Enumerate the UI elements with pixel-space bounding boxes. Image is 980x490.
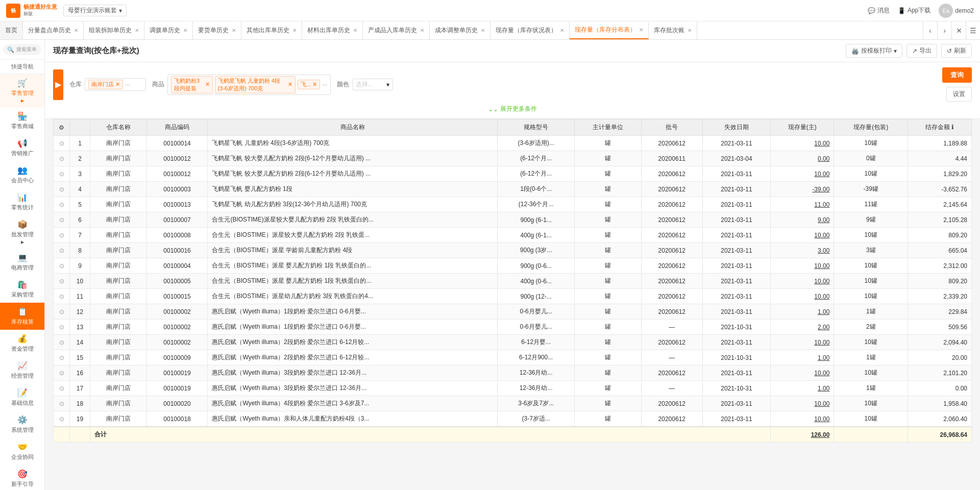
tab-product-in[interactable]: 产成品入库单历史 ✕ [363,21,430,39]
filter-more-icon[interactable]: ··· [125,81,130,88]
table-cell: 14 [70,335,90,350]
content-area: 现存量查询(按仓库+批次) 🖨️ 按模板打印 ▾ ↗ 导出 ↺ 刷新 [45,40,980,490]
row-settings-icon[interactable]: ⊙ [54,335,70,350]
sidebar-item-wholesale-mgmt[interactable]: 📦 批发管理 ▶ [0,215,44,249]
message-button[interactable]: 💬 消息 [868,6,890,15]
account-select[interactable]: 母婴行业演示账套 ▾ [63,5,127,16]
th-product-code: 商品编码 [146,119,208,136]
table-cell: 20200612 [641,274,702,289]
row-settings-icon[interactable]: ⊙ [54,274,70,289]
row-settings-icon[interactable]: ⊙ [54,304,70,320]
sidebar-item-ecommerce[interactable]: 💻 电商管理 [0,249,44,276]
export-button[interactable]: ↗ 导出 [906,44,937,58]
remove-product-tag-1[interactable]: ✕ [205,81,210,88]
tab-close-icon[interactable]: ✕ [481,28,485,33]
sidebar-item-retail-mgmt[interactable]: 🛒 零售管理 ▶ [0,74,44,107]
sidebar-item-system-mgmt[interactable]: ⚙️ 系统管理 [0,411,44,438]
row-settings-icon[interactable]: ⊙ [54,396,70,411]
refresh-button[interactable]: ↺ 刷新 [941,44,972,58]
row-settings-icon[interactable]: ⊙ [54,411,70,427]
sidebar-item-purchase[interactable]: 🛍️ 采购管理 [0,276,44,303]
expand-more-filters[interactable]: ⌄⌄ 展开更多条件 [488,105,537,113]
row-settings-icon[interactable]: ⊙ [54,320,70,335]
tab-menu-button[interactable]: ☰ [966,21,980,40]
warehouse-filter-input[interactable]: 南岸门店 ✕ ··· [85,78,146,91]
table-cell: 2021-03-11 [702,289,770,304]
tab-demand[interactable]: 要货单历史 ✕ [193,21,241,39]
tab-split-stock[interactable]: 分量盘点单历史 ✕ [23,21,84,39]
row-settings-icon[interactable]: ⊙ [54,289,70,304]
sidebar-item-operation[interactable]: 📈 经营管理 [0,357,44,384]
table-cell: 10.00 [771,274,834,289]
th-settings[interactable]: ⚙ [54,119,70,136]
sidebar-item-member-center[interactable]: 👥 会员中心 [0,161,44,188]
tab-close-icon[interactable]: ✕ [688,28,692,33]
template-print-button[interactable]: 🖨️ 按模板打印 ▾ [846,44,902,58]
product-filter-input[interactable]: 飞鹤奶粉3段丙提装 ✕ 飞鹤星飞帆 儿童奶粉 4段(3-6岁适用) 700克 ✕… [167,75,331,95]
table-cell: 2021-03-11 [702,166,770,182]
row-settings-icon[interactable]: ⊙ [54,365,70,381]
row-settings-icon[interactable]: ⊙ [54,228,70,243]
table-cell: 10.00 [771,289,834,304]
tab-prev-button[interactable]: ‹ [923,21,937,40]
tab-material-out[interactable]: 材料出库单历史 ✕ [302,21,363,39]
tab-cost-adjust[interactable]: 成本调整单历史 ✕ [430,21,491,39]
sidebar-item-enterprise-collab[interactable]: 🤝 企业协同 [0,438,44,465]
system-mgmt-icon: ⚙️ [17,415,28,425]
tab-close-icon[interactable]: ✕ [183,28,187,33]
tab-close-icon[interactable]: ✕ [292,28,297,33]
sidebar-item-new-guide[interactable]: 🎯 新手引导 [0,465,44,490]
row-settings-icon[interactable]: ⊙ [54,350,70,365]
tab-close-icon[interactable]: ✕ [420,28,424,33]
table-cell: 1段(0-6个... [498,182,574,197]
product-filter-more-icon[interactable]: ··· [322,81,327,88]
query-button[interactable]: 查询 [942,67,972,83]
tab-next-button[interactable]: › [937,21,951,40]
table-cell: 10.00 [771,258,834,274]
row-settings-icon[interactable]: ⊙ [54,197,70,212]
sidebar-item-basic-info[interactable]: 📝 基础信息 [0,384,44,411]
app-download-button[interactable]: 📱 App下载 [898,6,930,15]
sidebar-item-inventory-check[interactable]: 📋 库存核算 [0,303,44,330]
sidebar-item-retail-shop[interactable]: 🏪 零售商城 [0,107,44,134]
table-cell: -39罐 [834,182,908,197]
remove-product-tag-more[interactable]: ✕ [312,81,317,88]
user-profile[interactable]: Ea demo2 [939,4,974,18]
row-settings-icon[interactable]: ⊙ [54,258,70,274]
tab-batch-account[interactable]: 库存批次账 ✕ [649,21,697,39]
sidebar-item-finance[interactable]: 💰 资金管理 [0,330,44,357]
tab-close-icon[interactable]: ✕ [232,28,236,33]
row-settings-icon[interactable]: ⊙ [54,151,70,166]
filter-expand-toggle[interactable]: ▶ [53,69,63,100]
settings-button[interactable]: 设置 [946,87,972,102]
tab-home[interactable]: 首页 [0,21,23,39]
tab-stock-distribution[interactable]: 现存量（库存分布表） ✕ [570,21,649,39]
tab-close-all-button[interactable]: ✕ [951,21,966,40]
tab-close-icon[interactable]: ✕ [74,28,78,33]
tab-close-icon[interactable]: ✕ [353,28,357,33]
row-settings-icon[interactable]: ⊙ [54,166,70,182]
tab-close-icon[interactable]: ✕ [560,28,564,33]
row-settings-icon[interactable]: ⊙ [54,243,70,258]
tab-close-icon[interactable]: ✕ [135,28,139,33]
table-cell: 南岸门店 [90,243,147,258]
color-filter-input[interactable]: 选择... ▾ [352,79,393,90]
row-settings-icon[interactable]: ⊙ [54,182,70,197]
row-settings-icon[interactable]: ⊙ [54,136,70,151]
sidebar-item-quick-nav[interactable]: 快捷导航 [0,60,44,74]
sidebar-item-retail-stats[interactable]: 📊 零售统计 [0,188,44,215]
tab-other-out[interactable]: 其他出库单历史 ✕ [241,21,302,39]
tab-combo-disassemble[interactable]: 组装拆卸单历史 ✕ [84,21,144,39]
remove-product-tag-2[interactable]: ✕ [288,81,292,88]
sidebar-item-marketing[interactable]: 📢 营销推广 [0,134,44,161]
row-settings-icon[interactable]: ⊙ [54,212,70,228]
row-settings-icon[interactable]: ⊙ [54,381,70,396]
tab-controls: ‹ › ✕ ☰ [923,21,980,39]
tab-close-icon[interactable]: ✕ [639,27,643,33]
tab-stock-status[interactable]: 现存量（库存状况表） ✕ [491,21,570,39]
search-menu-input[interactable]: 🔍 搜索菜单 [3,44,41,55]
remove-warehouse-tag[interactable]: ✕ [115,81,120,88]
table-cell: 南岸门店 [90,411,147,427]
tab-mixing[interactable]: 调拨单历史 ✕ [144,21,193,39]
table-cell: 00100014 [146,136,208,151]
